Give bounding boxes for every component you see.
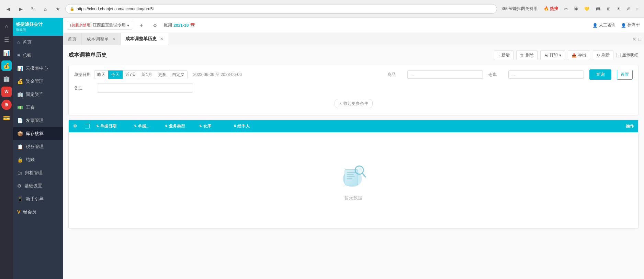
tab-cost-adjust-close[interactable]: ✕ <box>112 37 115 41</box>
home-btn[interactable]: ⌂ <box>41 4 50 14</box>
ai-tool-btn[interactable]: 360智能抠图免费用 <box>500 5 540 13</box>
refresh-btn-page[interactable]: ↻ 刷新 <box>593 50 613 60</box>
game-btn[interactable]: 🎮 <box>594 5 603 12</box>
date-btn-yesterday[interactable]: 昨天 <box>94 70 109 79</box>
filter-row-2: 备注 <box>74 83 633 93</box>
address-bar[interactable]: 🔒 https://cloud.chanjet.com/accounting/u… <box>65 4 497 14</box>
company-settings-btn[interactable]: ⚙ <box>150 21 160 30</box>
translate-btn[interactable]: 译 <box>572 5 580 13</box>
strip-home-icon[interactable]: ⌂ <box>1 21 12 32</box>
strip-red-icon[interactable]: W <box>1 87 12 97</box>
sidebar-item-salary[interactable]: 💵 工资 <box>13 101 63 114</box>
warehouse-input-dots: ... <box>511 72 515 77</box>
export-btn[interactable]: 📤 导出 <box>568 50 590 60</box>
sidebar-item-settings[interactable]: ⚙ 基础设置 <box>13 179 63 192</box>
strip-weibo-icon[interactable]: 微 <box>1 100 12 110</box>
reports-icon: 📊 <box>17 66 23 71</box>
empty-state: 暂无数据 <box>69 132 638 228</box>
menu-btn[interactable]: ≡ <box>634 5 641 12</box>
sidebar-item-invoice[interactable]: 📄 发票管理 <box>13 114 63 127</box>
cut-tool-btn[interactable]: ✂ <box>562 5 570 12</box>
nav-back-btn[interactable]: ◀ <box>3 4 13 14</box>
sidebar-item-guide[interactable]: 📱 新手引导 <box>13 192 63 205</box>
date-btn-today[interactable]: 今天 <box>108 70 123 79</box>
goods-input-dots: ... <box>410 72 414 77</box>
strip-menu-icon[interactable]: ☰ <box>1 34 12 45</box>
sidebar-item-ledger[interactable]: ≡ 总账 <box>13 49 63 62</box>
company-dropdown-icon: ▾ <box>127 23 129 28</box>
tab-home[interactable]: 首页 <box>63 33 82 45</box>
hot-search-btn[interactable]: 🔥 热搜 <box>542 5 560 13</box>
th-warehouse[interactable]: ⇅ 仓库 <box>196 123 231 129</box>
sidebar-item-vip[interactable]: V 畅会员 <box>13 205 63 219</box>
remark-input[interactable] <box>97 83 193 93</box>
nav-forward-btn[interactable]: ▶ <box>16 4 25 14</box>
tab-cost-adjust-history[interactable]: 成本调整单历史 ✕ <box>121 33 168 45</box>
salary-icon: 💵 <box>17 105 23 110</box>
refresh-btn[interactable]: ↻ <box>28 4 38 14</box>
date-btn-custom[interactable]: 自定义 <box>169 70 188 79</box>
home-icon: ⌂ <box>17 40 20 45</box>
consult-action[interactable]: 👤 人工咨询 <box>592 22 615 28</box>
date-btn-1month[interactable]: 近1月 <box>139 70 156 79</box>
print-btn[interactable]: 🖨 打印 ▾ <box>540 50 565 60</box>
date-btn-more[interactable]: 更多 <box>155 70 169 79</box>
svg-point-7 <box>357 167 362 173</box>
th-checkbox[interactable] <box>81 124 93 129</box>
sidebar-item-inventory[interactable]: 📦 库存核算 <box>13 127 63 140</box>
display-checkbox[interactable] <box>616 53 621 57</box>
star-btn[interactable]: ★ <box>53 4 63 14</box>
top-bar: (勿删勿禁用) 江西服宝测试专用 ▾ + ⚙ 账期 2021-10 📅 👤 人工… <box>63 18 644 33</box>
tab-cost-adjust-history-close[interactable]: ✕ <box>160 37 163 41</box>
tab-cost-adjust[interactable]: 成本调整单 ✕ <box>82 33 121 45</box>
add-company-btn[interactable]: + <box>136 21 146 30</box>
history-btn[interactable]: ↺ <box>624 5 632 12</box>
query-label: 查询 <box>596 71 605 78</box>
date-btn-7days[interactable]: 近7天 <box>122 70 139 79</box>
collapse-btn[interactable]: ∧ 收起更多条件 <box>335 99 373 108</box>
th-type[interactable]: ⇅ 业务类型 <box>162 123 196 129</box>
sidebar-label-invoice: 发票管理 <box>26 118 44 124</box>
th-operator[interactable]: ⇅ 经手人 <box>231 123 272 129</box>
table-wrapper: ⚙ ⇅ 单据日期 ⇅ 单据... ⇅ 业务类型 <box>68 120 639 229</box>
new-btn[interactable]: + 新增 <box>494 50 513 60</box>
strip-extra-icon[interactable]: 💳 <box>1 113 12 123</box>
user-action[interactable]: 👤 徐泽华 <box>621 22 640 28</box>
warehouse-input[interactable]: ... <box>508 70 584 79</box>
app-container: ⌂ ☰ 📊 💰 🏢 W 微 💳 畅捷通好会计 旗舰版 ⌂ 首页 ≡ 总账 📊 云… <box>0 18 644 279</box>
wallet-btn[interactable]: 💛 <box>582 5 591 12</box>
goods-input[interactable]: ... <box>407 70 483 79</box>
th-settings[interactable]: ⚙ <box>69 124 81 129</box>
svg-point-9 <box>357 168 359 169</box>
delete-btn[interactable]: 🗑 删除 <box>516 50 538 60</box>
theme-btn[interactable]: ☀ <box>614 5 622 12</box>
company-selector[interactable]: (勿删勿禁用) 江西服宝测试专用 ▾ <box>67 21 132 30</box>
th-no[interactable]: ⇅ 单据... <box>131 123 162 129</box>
period-info: 账期 2021-10 📅 <box>164 22 195 28</box>
strip-building-icon[interactable]: 🏢 <box>1 74 12 84</box>
company-note: (勿删勿禁用) <box>70 23 91 28</box>
sidebar-item-home[interactable]: ⌂ 首页 <box>13 36 63 49</box>
grid-btn[interactable]: ⊞ <box>605 5 612 12</box>
th-date[interactable]: ⇅ 单据日期 <box>93 123 131 129</box>
sidebar-item-archive[interactable]: 🗂 归档管理 <box>13 166 63 179</box>
strip-chart-icon[interactable]: 📊 <box>1 47 12 58</box>
sidebar-item-funds[interactable]: 💰 资金管理 <box>13 75 63 88</box>
header-checkbox[interactable] <box>85 124 90 129</box>
sidebar-label-funds: 资金管理 <box>26 78 44 85</box>
tab-cost-adjust-history-label: 成本调整单历史 <box>125 36 157 42</box>
funds-icon: 💰 <box>17 79 23 84</box>
sidebar-item-close[interactable]: 🔒 结账 <box>13 153 63 166</box>
sidebar-item-reports[interactable]: 📊 云报表中心 <box>13 62 63 75</box>
sidebar-label-home: 首页 <box>23 39 32 45</box>
sidebar-logo-sub: 旗舰版 <box>16 27 43 32</box>
global-close-btn[interactable]: ✕ <box>632 36 636 42</box>
sidebar-item-assets[interactable]: 🏢 固定资产 <box>13 88 63 101</box>
collapse-label: 收起更多条件 <box>343 101 368 107</box>
query-btn[interactable]: 查询 <box>589 69 611 80</box>
global-restore-btn[interactable]: □ <box>639 36 641 42</box>
strip-active-icon[interactable]: 💰 <box>1 60 12 71</box>
th-actions-label: 操作 <box>626 123 634 129</box>
filter-settings-btn[interactable]: 设置 <box>617 70 633 80</box>
sidebar-item-tax[interactable]: 📋 税务管理 <box>13 140 63 153</box>
